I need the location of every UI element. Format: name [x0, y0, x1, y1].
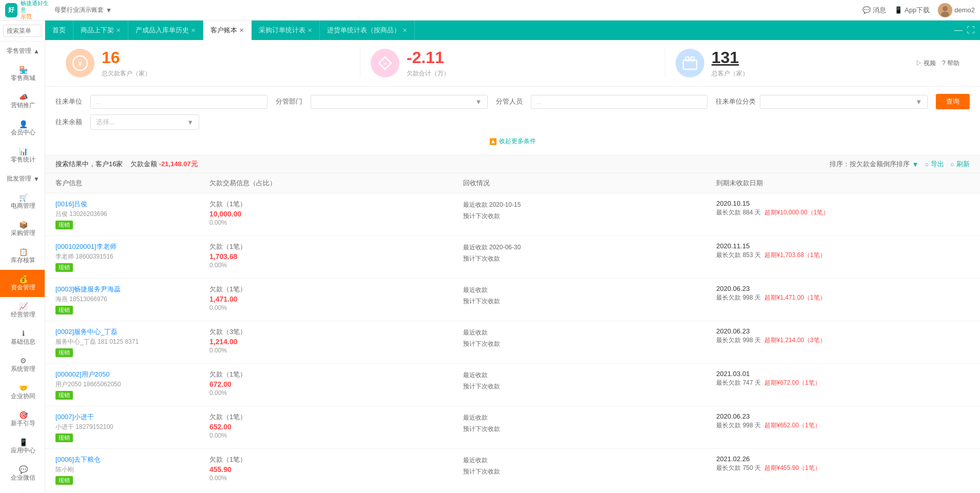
summary-card-debt-customers: ¥ 16 总欠款客户（家） [55, 48, 360, 78]
overdue-amount-0[interactable]: 超期¥10,000.00（1笔） [764, 209, 830, 216]
debt-amount-6: 455.90 [209, 465, 463, 474]
customer-name-2[interactable]: [0003]畅捷服务尹海蕊 [55, 285, 121, 293]
customer-detail-5: 小进干 18279152100 [55, 423, 209, 431]
sidebar-item-system[interactable]: ⚙ 系统管理 [0, 351, 45, 379]
tab-minimize-btn[interactable]: — [954, 26, 963, 35]
user-menu[interactable]: demo2 [938, 3, 975, 17]
total-customers-number: 131 [712, 48, 748, 67]
sidebar: 零售管理▲ 🏪 零售商城 📣 营销推广 👤 会员中心 📊 零售统计 [0, 21, 45, 493]
debt-percent-1: 0.00% [209, 262, 463, 269]
sidebar-item-finance[interactable]: 💰 资金管理 [0, 270, 45, 297]
summary-cards: ¥ 16 总欠款客户（家） ✦ -2.11 欠款合计（万） [45, 40, 980, 87]
debt-amount-icon: ✦ [371, 49, 399, 77]
export-icon: ○ [925, 161, 929, 168]
overdue-amount-2[interactable]: 超期¥1,471.00（1笔） [764, 294, 826, 301]
overdue-amount-1[interactable]: 超期¥1,703.68（1笔） [764, 251, 826, 259]
sidebar-item-batch-mgmt[interactable]: 批发管理▼ [0, 169, 45, 188]
customer-name-6[interactable]: [0006]去下粮仓 [55, 456, 101, 463]
customer-name-4[interactable]: [000002]用户2050 [55, 370, 110, 378]
summary-card-debt-amount: ✦ -2.11 欠款合计（万） [360, 48, 665, 78]
tab-product-list[interactable]: 商品上下架 ✕ [73, 21, 128, 40]
customer-info-4: [000002]用户2050 用户2050 18665062050 现销 [55, 370, 209, 400]
overdue-amount-4[interactable]: 超期¥672.00（1笔） [764, 379, 821, 386]
tab-import-stats[interactable]: 进货单统计表（按商品） ✕ [320, 21, 415, 40]
customer-tag-5: 现销 [55, 433, 73, 442]
customer-name-3[interactable]: [0002]服务中心_丁磊 [55, 328, 118, 336]
refresh-btn[interactable]: ○ 刷新 [950, 160, 970, 169]
query-button[interactable]: 查询 [936, 94, 970, 109]
sidebar-item-retail-mgmt[interactable]: 零售管理▲ [0, 42, 45, 61]
sidebar-item-operations[interactable]: 📈 经营管理 [0, 297, 45, 324]
app-icon: 📱 [894, 6, 902, 14]
debt-amount-1: 1,703.68 [209, 252, 463, 261]
collapse-btn[interactable]: 🔼 收起更多条件 [55, 135, 970, 148]
sort-select[interactable]: 排序：按欠款金额倒序排序 ▼ [830, 160, 918, 169]
balance-select[interactable]: 选择... ▼ [90, 114, 199, 130]
debt-info-2: 欠款（1笔） 1,471.00 0.00% [209, 285, 463, 311]
video-btn[interactable]: ▷ 视频 [916, 59, 936, 68]
sidebar-item-inventory[interactable]: 📋 库存核算 [0, 243, 45, 270]
messages-btn[interactable]: 💬 消息 [862, 6, 886, 15]
tab-close-purchase-stats[interactable]: ✕ [308, 27, 312, 34]
app-download-btn[interactable]: 📱 App下载 [894, 6, 930, 15]
sidebar-item-member[interactable]: ⭐ 畅会员 [0, 487, 45, 493]
sidebar-item-marketing[interactable]: 📣 营销推广 [0, 88, 45, 115]
table-row: [0007]小进干 小进干 18279152100 现销 欠款（1笔） 652.… [45, 406, 980, 449]
col-payback: 回收情况 [463, 179, 717, 188]
customer-name-5[interactable]: [0007]小进干 [55, 413, 94, 421]
debt-percent-2: 0.00% [209, 304, 463, 311]
tab-purchase-stats[interactable]: 采购订单统计表 ✕ [252, 21, 320, 40]
tab-product-history[interactable]: 产成品入库单历史 ✕ [128, 21, 203, 40]
filter-department: 分管部门 ▼ [276, 95, 488, 109]
sidebar-item-newbie[interactable]: 🎯 新手引导 [0, 406, 45, 433]
tab-home[interactable]: 首页 [45, 21, 73, 40]
sidebar-item-purchase-mgmt[interactable]: 📦 采购管理 [0, 215, 45, 243]
tab-close-product-history[interactable]: ✕ [191, 27, 196, 34]
sidebar-item-member-center[interactable]: 👤 会员中心 [0, 115, 45, 142]
overdue-amount-5[interactable]: 超期¥652.00（1笔） [764, 422, 821, 429]
table-row: [0016]吕俊 吕俊 13026203696 现销 欠款（1笔） 10,000… [45, 193, 980, 236]
overdue-amount-3[interactable]: 超期¥1,214.00（3笔） [764, 337, 826, 344]
tab-close-import-stats[interactable]: ✕ [402, 27, 407, 34]
tab-customer-account[interactable]: 客户账本 ✕ [203, 21, 252, 40]
department-select[interactable]: ▼ [311, 95, 488, 109]
overdue-info-0: 2020.10.15 最长欠款 884 天 超期¥10,000.00（1笔） [716, 200, 970, 217]
customer-info-0: [0016]吕俊 吕俊 13026203696 现销 [55, 200, 209, 229]
help-btn[interactable]: ? 帮助 [942, 59, 959, 68]
sidebar-item-app-center[interactable]: 📱 应用中心 [0, 433, 45, 460]
industry-dropdown-icon[interactable]: ▼ [106, 7, 112, 14]
video-icon: ▷ [916, 60, 922, 67]
total-customers-label: 总客户（家） [712, 69, 748, 78]
source-unit-input[interactable]: ... [90, 95, 267, 109]
overdue-amount-6[interactable]: 超期¥455.90（1笔） [764, 464, 821, 471]
sidebar-item-basic-info[interactable]: ℹ 基础信息 [0, 324, 45, 351]
sidebar-item-retail-stats[interactable]: 📊 零售统计 [0, 142, 45, 169]
tab-maximize-btn[interactable]: ⛶ [967, 26, 975, 35]
tab-close-product-list[interactable]: ✕ [116, 27, 121, 34]
debt-percent-4: 0.00% [209, 389, 463, 397]
customer-detail-3: 服务中心_丁磊 181 0125 8371 [55, 338, 209, 346]
sidebar-item-retail-store[interactable]: 🏪 零售商城 [0, 61, 45, 88]
customer-detail-2: 海燕 18513066976 [55, 295, 209, 304]
industry-label: 母婴行业演示账套 [54, 6, 104, 14]
overdue-info-5: 2020.06.23 最长欠款 998 天 超期¥652.00（1笔） [716, 412, 970, 430]
customer-name-1[interactable]: [0001020001]李老师 [55, 243, 117, 250]
person-input[interactable]: ... [531, 95, 708, 109]
avatar [938, 3, 952, 17]
payback-info-0: 最近收款 2020-10-15 预计下次收款 [463, 200, 717, 222]
customer-name-0[interactable]: [0016]吕俊 [55, 200, 87, 208]
export-btn[interactable]: ○ 导出 [925, 160, 944, 169]
tab-close-customer-account[interactable]: ✕ [239, 27, 244, 34]
sidebar-item-enterprise-wechat[interactable]: 💬 企业微信 [0, 460, 45, 487]
debt-amount-0: 10,000.00 [209, 210, 463, 218]
sidebar-item-enterprise[interactable]: 🤝 企业协同 [0, 379, 45, 406]
unit-classify-select[interactable]: ▼ [760, 95, 928, 109]
results-info: 搜索结果中，客户16家 欠款金额 -21,148.07元 [55, 160, 198, 169]
customer-detail-4: 用户2050 18665062050 [55, 380, 209, 389]
sidebar-item-ecommerce[interactable]: 🛒 电商管理 [0, 188, 45, 215]
overdue-detail-1: 最长欠款 853 天 超期¥1,703.68（1笔） [716, 251, 970, 260]
debt-count-2: 欠款（1笔） [209, 285, 463, 294]
total-customers-icon [676, 49, 704, 77]
search-input[interactable] [3, 25, 42, 37]
payback-info-4: 最近收款 预计下次收款 [463, 370, 717, 392]
